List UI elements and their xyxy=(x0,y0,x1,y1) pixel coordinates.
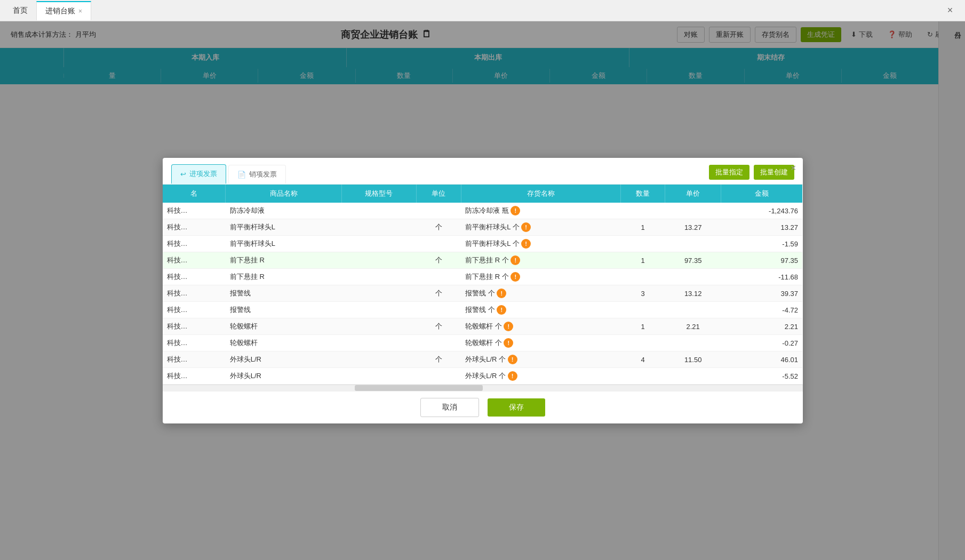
cell-price xyxy=(665,203,721,219)
modal-footer: 取消 保存 xyxy=(163,391,803,423)
cell-spec xyxy=(342,219,417,236)
cell-product: 前平衡杆球头L xyxy=(226,219,342,236)
tab-outgoing-label: 销项发票 xyxy=(249,170,277,179)
modal-close-button[interactable]: × xyxy=(791,163,796,173)
warn-icon: ! xyxy=(508,371,517,381)
cell-qty: 1 xyxy=(620,219,665,236)
cell-inventory: 外球头L/R 个 ! xyxy=(461,368,620,385)
cell-price: 2.21 xyxy=(665,318,721,335)
cell-product: 外球头L/R xyxy=(226,368,342,385)
tab-home[interactable]: 首页 xyxy=(4,2,36,20)
tab-outgoing[interactable]: 📄 销项发票 xyxy=(228,165,286,183)
cell-amount: -0.27 xyxy=(721,335,802,351)
cell-unit xyxy=(416,203,461,219)
cancel-button[interactable]: 取消 xyxy=(420,398,479,417)
cell-inventory: 轮毂螺杆 个 ! xyxy=(461,318,620,335)
cell-inventory: 防冻冷却液 瓶 ! xyxy=(461,203,620,219)
cell-price xyxy=(665,302,721,318)
table-header-row: 名 商品名称 规格型号 单位 存货名称 数量 单价 金额 xyxy=(163,185,803,203)
warn-icon: ! xyxy=(521,222,531,232)
cell-price xyxy=(665,269,721,285)
cell-price xyxy=(665,335,721,351)
cell-unit: 个 xyxy=(416,252,461,269)
batch-assign-button[interactable]: 批量指定 xyxy=(709,165,749,180)
tab-close-icon[interactable]: × xyxy=(78,7,82,15)
cell-unit xyxy=(416,368,461,385)
th-product: 商品名称 xyxy=(226,185,342,203)
cell-qty: 1 xyxy=(620,252,665,269)
cell-amount: 2.21 xyxy=(721,318,802,335)
cell-spec xyxy=(342,269,417,285)
warn-icon: ! xyxy=(497,305,506,315)
cell-spec xyxy=(342,335,417,351)
cell-qty: 1 xyxy=(620,318,665,335)
cell-price: 11.50 xyxy=(665,351,721,368)
cell-name: 科技… xyxy=(163,351,226,368)
modal-overlay: ↩ 进项发票 📄 销项发票 批量指定 批量创建 × xyxy=(0,21,965,560)
warn-icon: ! xyxy=(497,289,506,298)
cell-product: 防冻冷却液 xyxy=(226,203,342,219)
top-bar: 首页 进销台账 × × xyxy=(0,0,965,21)
th-inventory: 存货名称 xyxy=(461,185,620,203)
cell-price: 13.27 xyxy=(665,219,721,236)
cell-unit: 个 xyxy=(416,351,461,368)
cell-inventory: 前下悬挂 R 个 ! xyxy=(461,269,620,285)
tab-active[interactable]: 进销台账 × xyxy=(36,1,91,20)
table-scroll-area[interactable]: 名 商品名称 规格型号 单位 存货名称 数量 单价 金额 xyxy=(163,185,803,385)
cell-qty xyxy=(620,203,665,219)
table-row: 科技… 外球头L/R 外球头L/R 个 ! -5.52 xyxy=(163,368,803,385)
table-row: 科技… 前平衡杆球头L 前平衡杆球头L 个 ! -1.59 xyxy=(163,236,803,252)
cell-name: 科技… xyxy=(163,236,226,252)
cell-name: 科技… xyxy=(163,368,226,385)
cell-price xyxy=(665,236,721,252)
cell-qty xyxy=(620,269,665,285)
cell-spec xyxy=(342,368,417,385)
batch-create-button[interactable]: 批量创建 xyxy=(754,165,794,180)
cell-inventory: 报警线 个 ! xyxy=(461,285,620,302)
cell-qty xyxy=(620,335,665,351)
cell-spec xyxy=(342,351,417,368)
main-page: 销售成本计算方法： 月平均 商贸企业进销台账 🗒 对账 重新开账 存货别名 生成… xyxy=(0,21,965,560)
invoice-table: 名 商品名称 规格型号 单位 存货名称 数量 单价 金额 xyxy=(163,185,803,385)
cell-name: 科技… xyxy=(163,203,226,219)
cell-spec xyxy=(342,318,417,335)
cell-amount: -5.52 xyxy=(721,368,802,385)
cell-product: 轮毂螺杆 xyxy=(226,318,342,335)
cell-qty: 3 xyxy=(620,285,665,302)
warn-icon: ! xyxy=(521,239,531,249)
th-spec: 规格型号 xyxy=(342,185,417,203)
modal-header: ↩ 进项发票 📄 销项发票 批量指定 批量创建 × xyxy=(163,158,803,185)
th-name: 名 xyxy=(163,185,226,203)
cell-amount: -11.68 xyxy=(721,269,802,285)
cell-name: 科技… xyxy=(163,318,226,335)
cell-name: 科技… xyxy=(163,335,226,351)
th-price: 单价 xyxy=(665,185,721,203)
cell-unit xyxy=(416,335,461,351)
tab-incoming[interactable]: ↩ 进项发票 xyxy=(171,164,226,184)
cell-price: 13.12 xyxy=(665,285,721,302)
cell-inventory: 轮毂螺杆 个 ! xyxy=(461,335,620,351)
cell-amount: -1,243.76 xyxy=(721,203,802,219)
cell-inventory: 外球头L/R 个 ! xyxy=(461,351,620,368)
cell-product: 前平衡杆球头L xyxy=(226,236,342,252)
cell-unit xyxy=(416,269,461,285)
window-close-button[interactable]: × xyxy=(939,0,961,21)
table-row: 科技… 前下悬挂 R 个 前下悬挂 R 个 ! 1 97.35 97.35 xyxy=(163,252,803,269)
cell-unit xyxy=(416,236,461,252)
cell-qty: 4 xyxy=(620,351,665,368)
cell-qty xyxy=(620,236,665,252)
cell-amount: 97.35 xyxy=(721,252,802,269)
table-row: 科技… 防冻冷却液 防冻冷却液 瓶 ! -1,243.76 xyxy=(163,203,803,219)
cell-name: 科技… xyxy=(163,269,226,285)
save-button[interactable]: 保存 xyxy=(488,398,545,417)
cell-amount: -4.72 xyxy=(721,302,802,318)
cell-unit: 个 xyxy=(416,219,461,236)
table-row: 科技… 前平衡杆球头L 个 前平衡杆球头L 个 ! 1 13.27 13.27 xyxy=(163,219,803,236)
cell-unit: 个 xyxy=(416,285,461,302)
cell-amount: 13.27 xyxy=(721,219,802,236)
cell-price: 97.35 xyxy=(665,252,721,269)
cell-name: 科技… xyxy=(163,285,226,302)
horizontal-scrollbar[interactable] xyxy=(163,385,803,391)
cell-unit: 个 xyxy=(416,318,461,335)
th-amount: 金额 xyxy=(721,185,802,203)
